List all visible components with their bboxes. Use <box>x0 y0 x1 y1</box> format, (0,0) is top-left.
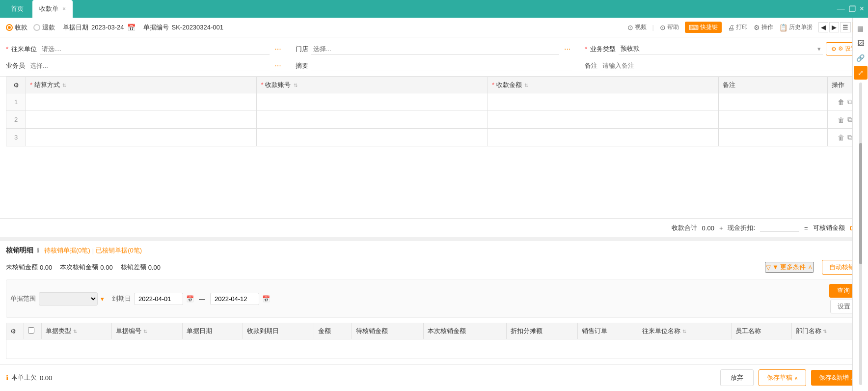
sidebar-expand-btn[interactable]: ⤢ <box>854 66 868 80</box>
sub-settings-col[interactable]: ⚙ <box>6 323 24 339</box>
summary-input[interactable] <box>311 60 573 71</box>
row2-settle[interactable] <box>26 111 257 129</box>
this-order-value: 0.00 <box>40 374 52 382</box>
date-icon[interactable]: 📅 <box>127 24 136 31</box>
restore-icon[interactable]: ❐ <box>849 4 856 14</box>
close-window-icon[interactable]: × <box>860 4 864 13</box>
sub-col-voucher-no: 单据编号 ⇅ <box>112 323 182 339</box>
print-link[interactable]: 🖨 打印 <box>728 23 748 31</box>
note-field: 备注 <box>585 60 862 71</box>
tab-close-icon[interactable]: × <box>62 5 66 12</box>
sidebar-table-btn[interactable]: ▦ <box>854 22 868 35</box>
sub-col-due-date: 收款到期日 <box>243 323 314 339</box>
row1-copy-icon[interactable]: ⧉ <box>847 98 852 106</box>
radio-tuikuan-label: 退款 <box>42 23 55 32</box>
print-label: 打印 <box>736 23 748 31</box>
row2-note[interactable] <box>719 111 828 129</box>
row1-account[interactable] <box>257 93 488 111</box>
row3-note[interactable] <box>719 129 828 146</box>
save-draft-chevron: ∧ <box>794 375 798 381</box>
row2-amount[interactable] <box>488 111 718 129</box>
row1-amount[interactable] <box>488 93 718 111</box>
settings-icon: ⚙ <box>831 46 837 53</box>
shortcut-label: 快捷键 <box>700 23 718 31</box>
date-value: 2023-03-24 <box>91 24 124 31</box>
shortcut-link[interactable]: ⌨ 快捷键 <box>685 22 722 33</box>
radio-shoukuan-label: 收款 <box>15 23 27 32</box>
history-link[interactable]: 📋 历史单据 <box>779 23 813 31</box>
done-tab[interactable]: 已核销单据(0笔) <box>96 246 142 255</box>
help-link[interactable]: ⊙ 帮助 <box>660 23 679 31</box>
due-label: 到期日 <box>112 294 131 303</box>
table-section: ⚙ * 结算方式 ⇅ * 收款账号 ⇅ * 收款金额 <box>0 77 868 218</box>
sort-settle: ⇅ <box>62 83 66 88</box>
operate-link[interactable]: ⚙ 操作 <box>754 23 773 31</box>
row1-note[interactable] <box>719 93 828 111</box>
minimize-icon[interactable]: — <box>837 4 845 13</box>
list-view-btn[interactable]: ☰ <box>840 22 851 32</box>
note-input[interactable] <box>600 60 862 71</box>
row1-settle[interactable] <box>26 93 257 111</box>
radio-dot-tuikuan <box>33 24 40 31</box>
sub-col-amount: 金额 <box>314 323 352 339</box>
col-account: * 收款账号 ⇅ <box>257 77 488 93</box>
row1-delete-icon[interactable]: 🗑 <box>838 98 844 106</box>
radio-shoukuan[interactable]: 收款 <box>6 23 27 32</box>
reconcile-section: 核销明细 ℹ 待核销单据(0笔) | 已核销单据(0笔) 未核销金额 0.00 … <box>0 241 868 364</box>
col-settle: * 结算方式 ⇅ <box>26 77 257 93</box>
date-from-icon[interactable]: 📅 <box>186 295 194 303</box>
video-link[interactable]: ⊙ 视频 <box>627 23 647 31</box>
pending-tab[interactable]: 待核销单据(0笔) <box>44 246 90 255</box>
shop-more-btn[interactable]: ··· <box>562 45 572 54</box>
expand-icon: ⤢ <box>858 69 864 77</box>
row-num-3: 3 <box>6 129 26 146</box>
discount-input[interactable] <box>760 224 799 232</box>
this-order-label: 本单上欠 <box>11 373 37 382</box>
row3-amount[interactable] <box>488 129 718 146</box>
radio-tuikuan[interactable]: 退款 <box>33 23 55 32</box>
row2-account[interactable] <box>257 111 488 129</box>
num-label: 单据编号 <box>143 23 169 32</box>
tab-active[interactable]: 收款单 × <box>32 0 73 18</box>
table-row: 1 🗑 ⧉ <box>6 93 862 111</box>
video-icon: ⊙ <box>627 24 633 31</box>
row3-settle[interactable] <box>26 129 257 146</box>
image-icon: 🖼 <box>857 39 864 47</box>
table-settings-header[interactable]: ⚙ <box>6 77 26 93</box>
row2-delete-icon[interactable]: 🗑 <box>838 116 844 124</box>
sub-col-voucher-type: 单据类型 ⇅ <box>42 323 112 339</box>
range-select[interactable] <box>39 292 98 306</box>
filter-row: 单据范围 ▾ 到期日 📅 — 📅 查询 设置 <box>6 279 862 318</box>
biz-type-select[interactable]: 预收款 ▾ <box>619 43 823 55</box>
sidebar-image-btn[interactable]: 🖼 <box>854 36 868 50</box>
reconcile-stats: 未核销金额 0.00 本次核销金额 0.00 核销差额 0.00 ▽ ▼ 更多条… <box>6 260 862 275</box>
save-draft-btn[interactable]: 保存草稿 ∧ <box>759 369 806 386</box>
section-divider <box>0 237 868 241</box>
scrollbar[interactable] <box>859 83 862 385</box>
main-table: ⚙ * 结算方式 ⇅ * 收款账号 ⇅ * 收款金额 <box>6 77 862 146</box>
row3-delete-icon[interactable]: 🗑 <box>838 134 844 141</box>
right-sidebar: ▦ 🖼 🔗 ⤢ <box>852 18 868 391</box>
date-from-input[interactable] <box>134 293 183 305</box>
table-settings-icon: ⚙ <box>13 82 19 89</box>
toolbar-right: ⊙ 视频 | ⊙ 帮助 ⌨ 快捷键 🖨 打印 ⚙ 操作 📋 历史单据 <box>627 22 862 33</box>
from-unit-more-btn[interactable]: ··· <box>272 45 283 54</box>
sidebar-link-btn[interactable]: 🔗 <box>854 51 868 65</box>
from-unit-input[interactable] <box>40 44 270 55</box>
next-btn[interactable]: ▶ <box>829 22 839 32</box>
date-to-icon[interactable]: 📅 <box>262 295 270 303</box>
select-all-checkbox[interactable] <box>28 327 34 334</box>
scrollbar-thumb <box>859 143 862 264</box>
salesman-input[interactable] <box>28 60 270 71</box>
shop-input[interactable] <box>311 44 559 55</box>
more-conditions-btn[interactable]: ▽ ▼ 更多条件 ∧ <box>765 262 814 273</box>
row3-copy-icon[interactable]: ⧉ <box>847 133 852 141</box>
tab-home[interactable]: 首页 <box>4 0 30 18</box>
bottom-info-icon: ℹ <box>6 374 8 382</box>
date-to-input[interactable] <box>210 293 259 305</box>
salesman-more-btn[interactable]: ··· <box>272 61 283 70</box>
row2-copy-icon[interactable]: ⧉ <box>847 115 852 124</box>
row3-account[interactable] <box>257 129 488 146</box>
prev-btn[interactable]: ◀ <box>818 22 828 32</box>
abandon-btn[interactable]: 放弃 <box>720 369 754 386</box>
